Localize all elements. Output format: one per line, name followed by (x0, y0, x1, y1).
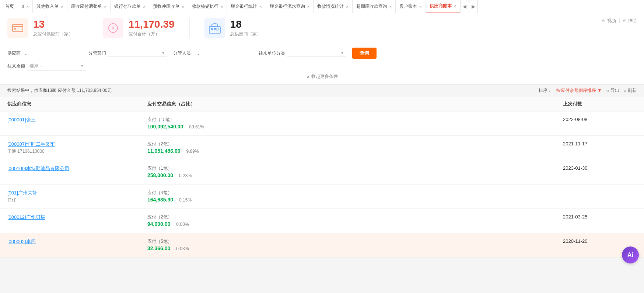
transaction-cell-6: 应付（5笔） 32,366.00 0.03% (147, 238, 563, 252)
nav-arrow-left[interactable]: ◀ (460, 0, 469, 13)
tab-customer-account[interactable]: 客户账本 × (396, 0, 426, 13)
payable-suppliers-number: 13 (33, 19, 73, 30)
payable-suppliers-label: 总应付供应商（家） (33, 31, 73, 37)
supplier-link-6[interactable]: [000002]李四 (7, 239, 36, 244)
tab-overdue-ar-close[interactable]: × (389, 4, 392, 9)
tab-collection-stats-close[interactable]: × (346, 4, 348, 9)
supplier-link-1[interactable]: [000001]张三 (7, 117, 36, 123)
tab-cash-bank-stats-close[interactable]: × (259, 4, 262, 9)
tx-amount-2: 11,051,486.00 (147, 148, 181, 154)
tab-overdue-ar-label: 超期应收款查询 (356, 3, 387, 10)
search-button[interactable]: 查询 (352, 48, 377, 59)
balance-filter-select[interactable]: 选择... ▼ (27, 62, 86, 70)
tab-collection-exec-label: 收款核销执行 (192, 3, 218, 10)
stats-bar: 13 总应付供应商（家） ¥ 11,170.39 应付合计（万） (0, 13, 644, 43)
lastpay-date-1: 2022-08-08 (563, 117, 588, 122)
filter-supplier: 供应商 (7, 49, 83, 57)
tx-amount-3: 258,000.00 (147, 172, 173, 178)
payable-suppliers-icon (7, 18, 28, 38)
tab-3-close[interactable]: × (27, 4, 29, 9)
tx-amount-6: 32,366.00 (147, 245, 170, 251)
transaction-cell-3: 应付（1笔） 258,000.00 0.23% (147, 165, 563, 179)
tab-collection-exec[interactable]: 收款核销执行 × (188, 0, 227, 13)
tab-advance-receive-close[interactable]: × (182, 4, 184, 9)
export-icon: ○ (606, 88, 609, 93)
export-button[interactable]: ○ 导出 (606, 87, 619, 94)
supplier-link-3[interactable]: [000100]本特勤油品有限公司 (7, 166, 69, 171)
svg-text:¥: ¥ (112, 25, 115, 31)
svg-rect-0 (13, 24, 23, 32)
tab-cash-flow-query[interactable]: 现金银行流水查询 × (266, 0, 314, 13)
filter-category: 往来单位分类 ▼ (259, 50, 346, 56)
table-row: [000007]恒旺二手叉车 王通 17106110000 应付（2笔） 11,… (0, 136, 644, 160)
supplier-sub-2: 王通 17106110000 (7, 148, 147, 155)
tab-customer-account-label: 客户账本 (399, 3, 417, 10)
header-transaction: 应付交易信息（占比） (147, 101, 563, 107)
ai-label: Ai (627, 252, 633, 258)
dept-filter-select[interactable]: ▼ (108, 50, 167, 56)
tx-label-6: 应付（5笔） (147, 238, 563, 245)
supplier-link-5[interactable]: [000012]广州贝瑞 (7, 214, 45, 220)
balance-select-value: 选择... (29, 63, 42, 69)
lastpay-date-3: 2023-01-30 (563, 165, 588, 171)
tab-cash-flow-query-close[interactable]: × (307, 4, 309, 9)
supplier-name-3: [000100]本特勤油品有限公司 (7, 165, 147, 172)
refresh-button[interactable]: ○ 刷新 (624, 87, 637, 94)
tab-collection-exec-close[interactable]: × (221, 4, 223, 9)
top-navigation: 首页 3 × 其他收入单 × 应收应付调整单 × 银行存取款单 × 预收冲应收单… (0, 0, 644, 13)
result-summary-text: 搜索结果中，供应商13家 应付金额 111,703,854.00元 (7, 87, 112, 94)
tab-overdue-ar[interactable]: 超期应收款查询 × (353, 0, 396, 13)
tab-ar-ap-adjust-close[interactable]: × (104, 4, 106, 9)
tab-home-label: 首页 (5, 3, 14, 10)
total-suppliers-label: 总供应商（家） (230, 31, 261, 37)
filter-balance: 往来余额 选择... ▼ (7, 62, 86, 70)
refresh-icon: ○ (624, 88, 626, 93)
supplier-cell-5: [000012]广州贝瑞 (7, 214, 147, 221)
balance-dropdown-icon: ▼ (80, 64, 84, 68)
sort-value[interactable]: 按应付余额倒序排序 ▼ (556, 87, 602, 94)
tab-ar-ap-adjust[interactable]: 应收应付调整单 × (67, 0, 111, 13)
filter-row-2: 往来余额 选择... ▼ (7, 62, 637, 70)
category-filter-label: 往来单位分类 (259, 50, 285, 56)
tx-percent-3: 0.23% (179, 173, 192, 178)
tab-bank-deposit[interactable]: 银行存取款单 × (111, 0, 149, 13)
tab-customer-account-close[interactable]: × (419, 4, 421, 9)
lastpay-date-2: 2021-11-17 (563, 141, 588, 146)
tx-row-5: 94,600.00 0.08% (147, 220, 563, 228)
svg-rect-2 (14, 28, 16, 30)
supplier-cell-4: [001]广州荣轩 仔仔 (7, 190, 147, 203)
supplier-filter-input[interactable] (23, 49, 83, 57)
tab-home[interactable]: 首页 (1, 0, 18, 13)
tab-bank-deposit-close[interactable]: × (143, 4, 145, 9)
tab-supplier-account[interactable]: 供应商账本 × (426, 0, 460, 13)
tab-supplier-account-close[interactable]: × (454, 4, 456, 8)
tab-advance-receive[interactable]: 预收冲应收单 × (149, 0, 188, 13)
supplier-link-4[interactable]: [001]广州荣轩 (7, 190, 37, 196)
tab-cash-bank-stats[interactable]: 现金银行统计 × (227, 0, 266, 13)
tab-supplier-account-label: 供应商账本 (430, 3, 452, 9)
tab-collection-stats[interactable]: 收款情况统计 × (314, 0, 352, 13)
collapse-button[interactable]: ∧ 收起更多条件 (307, 73, 338, 80)
help-link[interactable]: ⊙ 帮助 (623, 18, 637, 24)
tx-percent-6: 0.03% (176, 246, 189, 251)
tx-row-3: 258,000.00 0.23% (147, 172, 563, 179)
supplier-link-2[interactable]: [000007]恒旺二手叉车 (7, 141, 55, 147)
category-filter-select[interactable]: ▼ (287, 50, 346, 56)
transaction-cell-1: 应付（15笔） 100,092,540.00 89.61% (147, 117, 563, 130)
tab-3[interactable]: 3 × (18, 0, 33, 13)
nav-arrow-right[interactable]: ▶ (469, 0, 478, 13)
tab-advance-receive-label: 预收冲应收单 (153, 3, 179, 10)
tx-label-3: 应付（1笔） (147, 165, 563, 172)
video-link[interactable]: ⊙ 视频 (602, 18, 616, 24)
filter-area: 供应商 分管部门 ▼ 分管人员 往来单位分类 ▼ 查询 往来余额 选择 (0, 43, 644, 85)
tab-other-income[interactable]: 其他收入单 × (33, 0, 67, 13)
tab-other-income-close[interactable]: × (61, 4, 63, 9)
help-icon: ⊙ (623, 18, 627, 23)
supplier-cell-2: [000007]恒旺二手叉车 王通 17106110000 (7, 141, 147, 155)
payable-total-text: 11,170.39 应付合计（万） (129, 19, 175, 37)
person-filter-input[interactable] (193, 49, 253, 57)
filter-person: 分管人员 (173, 49, 253, 57)
tab-collection-stats-label: 收款情况统计 (317, 3, 344, 10)
filter-row-1: 供应商 分管部门 ▼ 分管人员 往来单位分类 ▼ 查询 (7, 48, 637, 59)
supplier-name-6: [000002]李四 (7, 238, 147, 245)
